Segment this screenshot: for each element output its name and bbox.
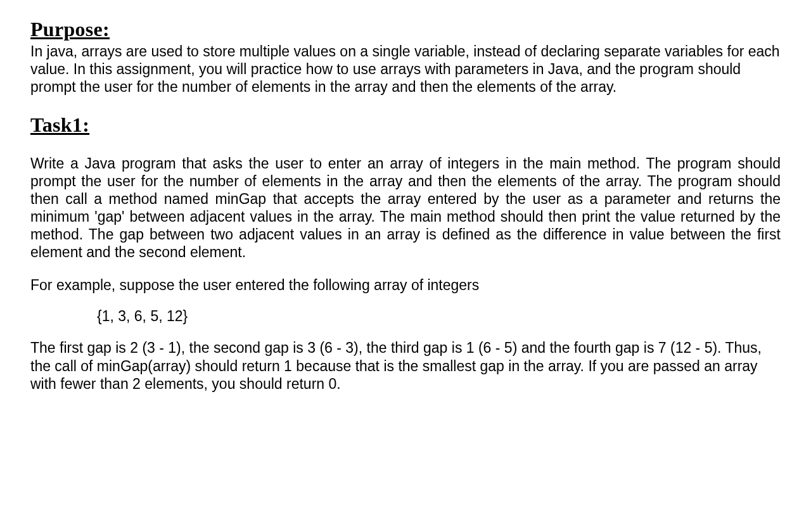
task1-example-explain: The first gap is 2 (3 - 1), the second g… [30,339,781,392]
task1-body-main: Write a Java program that asks the user … [30,155,781,261]
purpose-body: In java, arrays are used to store multip… [30,42,781,96]
task1-example-array: {1, 3, 6, 5, 12} [30,308,781,325]
task1-heading: Task1: [30,113,781,137]
task1-example-intro: For example, suppose the user entered th… [30,276,781,294]
purpose-heading: Purpose: [30,18,781,41]
